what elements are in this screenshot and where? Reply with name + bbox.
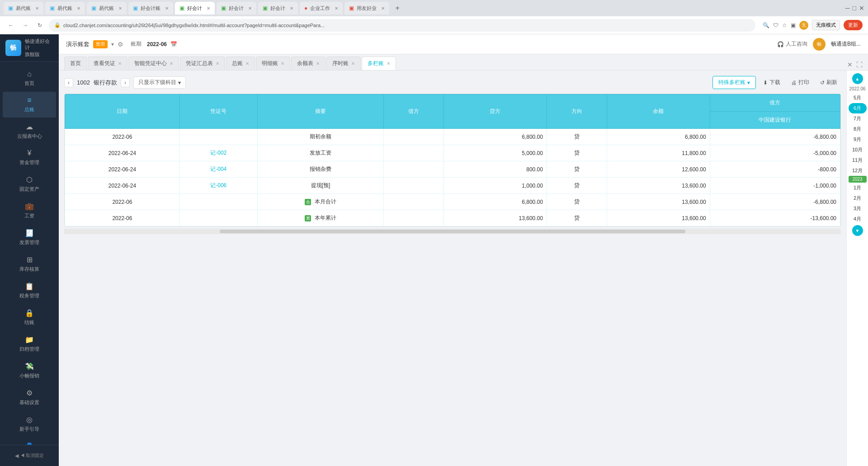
browser-tab-3[interactable]: ▣ 易代账 ✕ [87,2,127,14]
browser-tab-7[interactable]: ▣ 好会计 ✕ [258,2,298,14]
page-tab-general-ledger[interactable]: 总账 ✕ [226,56,255,70]
avatar-icon[interactable]: 无 [799,21,808,30]
print-button[interactable]: 🖨 打印 [788,76,813,89]
refresh-button[interactable]: ↺ 刷新 [816,76,841,89]
update-button[interactable]: 更新 [844,20,863,30]
page-tab-balance[interactable]: 余额表 ✕ [291,56,326,70]
calendar-month-7[interactable]: 7月 [849,113,867,124]
back-button[interactable]: ← [5,20,16,31]
calendar-up-button[interactable]: ▲ [852,73,863,84]
tab-close-7[interactable]: ✕ [290,6,293,11]
maximize-button[interactable]: □ [853,5,856,12]
page-tab-detail-ledger[interactable]: 明细账 ✕ [256,56,290,70]
special-multi-col-button[interactable]: 特殊多栏账 ▾ [712,76,756,89]
wuhen-mode-button[interactable]: 无痕模式 [812,20,840,30]
calendar-month-2023-2[interactable]: 2月 [849,193,867,203]
page-tab-multi-col[interactable]: 多栏账 ✕ [362,56,396,70]
calendar-down-button[interactable]: ▼ [852,225,863,236]
new-tab-button[interactable]: + [391,2,404,14]
browser-tab-9[interactable]: ▣ 用友好业 ✕ [344,2,389,14]
row2-extra: -5,000.00 [710,145,840,161]
tab-close-5[interactable]: ✕ [207,6,210,11]
sidebar-item-home[interactable]: ⌂ 首页 [3,66,56,91]
close-balance-tab[interactable]: ✕ [316,61,320,66]
sidebar-item-asset[interactable]: ⬡ 固定资产 [3,171,56,197]
page-tab-voucher-summary[interactable]: 凭证汇总表 ✕ [180,56,225,70]
calendar-month-2023-1[interactable]: 1月 [849,183,867,193]
filter-dropdown[interactable]: 只显示下级科目 ▾ [133,76,186,89]
shield-icon[interactable]: 🛡 [773,22,778,28]
page-tab-home[interactable]: 首页 [64,56,87,70]
calendar-month-2023-3[interactable]: 3月 [849,203,867,214]
sidebar-item-archive[interactable]: 📁 归档管理 [3,331,56,357]
calendar-month-6[interactable]: 6月 [849,103,867,113]
sidebar-item-expense[interactable]: 💸 小畅报销 [3,358,56,384]
sidebar-item-report[interactable]: ☁ 云报表中心 [3,118,56,144]
tab-close-1[interactable]: ✕ [35,6,39,11]
close-journal-tab[interactable]: ✕ [351,61,355,66]
page-tab-journal[interactable]: 序时账 ✕ [326,56,361,70]
sidebar-item-member[interactable]: 👤 畅会员 [3,438,56,445]
star-icon[interactable]: ☆ [782,22,787,28]
browser-tab-5[interactable]: ▣ 好会计 ✕ [175,2,215,14]
sidebar-item-ledger[interactable]: ≡ 总账 [3,92,56,118]
dropdown-icon[interactable]: ▾ [111,41,114,47]
calendar-month-8[interactable]: 8月 [849,124,867,134]
sidebar-item-tax[interactable]: 📋 税务管理 [3,278,56,304]
horizontal-scrollbar[interactable] [64,229,841,234]
close-voucher-tab[interactable]: ✕ [118,61,122,66]
calendar-icon[interactable]: 📅 [170,41,177,47]
download-button[interactable]: ⬇ 下载 [760,76,784,89]
page-tab-smart-voucher[interactable]: 智能凭证中心 ✕ [128,56,179,70]
browser-tab-1[interactable]: ▣ 易代账 ✕ [4,2,43,14]
minimize-button[interactable]: ─ [845,5,850,12]
browser-tab-6[interactable]: ▣ 好会计 ✕ [217,2,256,14]
refresh-button[interactable]: ↻ [34,20,45,31]
close-detail-ledger-tab[interactable]: ✕ [281,61,284,66]
row3-voucher[interactable]: 记-004 [179,161,257,178]
user-avatar[interactable]: 畅 [813,38,826,51]
tab-close-9[interactable]: ✕ [381,6,385,11]
calendar-month-10[interactable]: 10月 [849,145,867,155]
calendar-month-5[interactable]: 5月 [849,93,867,103]
sidebar-item-close-accounts[interactable]: 🔒 结账 [3,304,56,330]
close-panel-icon[interactable]: ✕ [847,61,853,68]
zoom-icon[interactable]: 🔍 [763,22,769,28]
prev-account-button[interactable]: ‹ [64,78,73,87]
calendar-month-11[interactable]: 11月 [849,155,867,165]
screen-icon[interactable]: ▣ [791,22,796,28]
close-window-button[interactable]: ✕ [859,5,864,12]
page-tab-voucher[interactable]: 查看凭证 ✕ [88,56,127,70]
tab-close-2[interactable]: ✕ [77,6,80,11]
address-box[interactable]: 🔒 cloud2.chanjet.com/accounting/uh26t264… [49,19,755,32]
tab-close-4[interactable]: ✕ [165,6,169,11]
tab-close-8[interactable]: ✕ [335,6,338,11]
sidebar-item-salary[interactable]: 💼 工资 [3,198,56,224]
service-button[interactable]: 🎧 人工咨询 [777,40,807,48]
sidebar-item-invoice[interactable]: 🧾 发票管理 [3,224,56,250]
calendar-month-2023-4[interactable]: 4月 [849,214,867,224]
sidebar-item-inventory[interactable]: ⊞ 库存核算 [3,251,56,277]
settings-gear-icon[interactable]: ⚙ [118,41,123,48]
next-account-button[interactable]: › [121,78,130,87]
row4-voucher[interactable]: 记-006 [179,178,257,194]
calendar-month-9[interactable]: 9月 [849,134,867,145]
unpin-button[interactable]: ◀ ◀ 取消固定 [0,449,59,462]
browser-tab-4[interactable]: ▣ 好会计账 ✕ [128,2,173,14]
close-voucher-summary-tab[interactable]: ✕ [216,61,219,66]
close-multi-col-tab[interactable]: ✕ [387,61,390,66]
close-general-ledger-tab[interactable]: ✕ [245,61,249,66]
sidebar-item-guide[interactable]: ◎ 新手引导 [3,411,56,437]
close-smart-voucher-tab[interactable]: ✕ [170,61,173,66]
tab-close-6[interactable]: ✕ [248,6,252,11]
forward-button[interactable]: → [20,20,31,31]
row2-voucher[interactable]: 记-002 [179,145,257,161]
row2-direction: 贷 [547,145,607,161]
browser-tab-8[interactable]: ● 企业工作 ✕ [300,2,343,14]
expand-panel-icon[interactable]: ⛶ [856,61,863,68]
tab-close-3[interactable]: ✕ [118,6,122,11]
sidebar-item-fund[interactable]: ¥ 资金管理 [3,145,56,170]
sidebar-item-settings[interactable]: ⚙ 基础设置 [3,384,56,410]
calendar-month-12[interactable]: 12月 [849,165,867,176]
browser-tab-2[interactable]: ▣ 易代账 ✕ [45,2,85,14]
